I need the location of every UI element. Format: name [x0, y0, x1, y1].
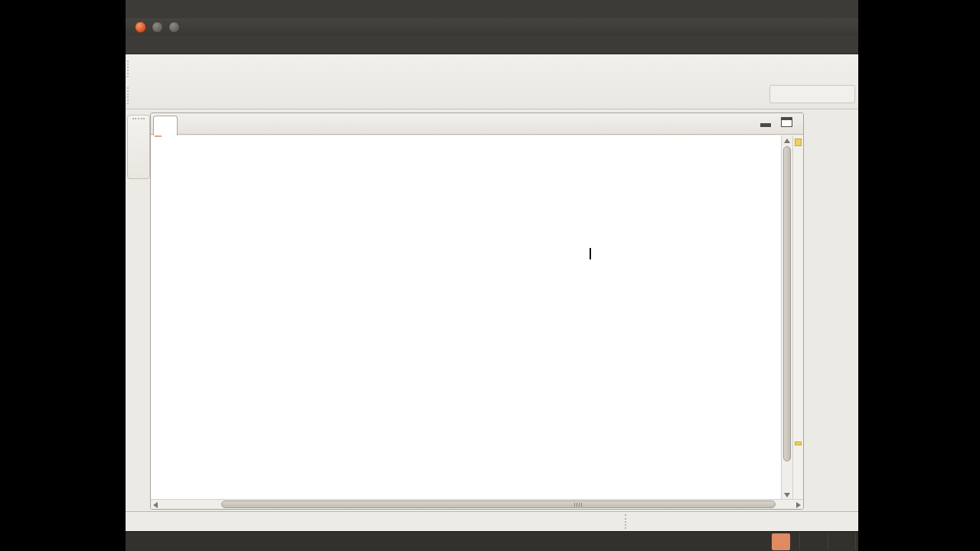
status-bar [126, 511, 858, 531]
editor-tab-indexjsp[interactable] [153, 116, 178, 135]
menu-bar [126, 36, 858, 54]
quick-diff-strip [155, 135, 162, 137]
overview-ruler[interactable] [792, 135, 803, 500]
horizontal-scrollbar-thumb[interactable] [221, 500, 776, 508]
overview-annotation-mark[interactable] [795, 442, 802, 445]
scroll-left-arrow-icon[interactable] [153, 502, 158, 508]
window-close-button[interactable] [135, 21, 146, 33]
scroll-down-arrow-icon[interactable] [784, 493, 790, 497]
horizontal-scrollbar[interactable] [151, 499, 803, 509]
window-maximize-button[interactable] [168, 21, 180, 33]
toolbar-drag-handle [127, 60, 133, 77]
recorded-screen [126, 0, 858, 551]
minimize-editor-icon[interactable] [760, 119, 771, 127]
taskbar-separator [828, 533, 828, 550]
toolbar-drag-handle [127, 87, 133, 104]
toolbar-row-2 [126, 83, 858, 108]
main-toolbar [126, 54, 858, 109]
quick-access-input[interactable] [769, 85, 855, 103]
toolbar-row-1 [126, 56, 858, 82]
window-titlebar [126, 18, 858, 36]
ubuntu-top-panel [126, 0, 858, 18]
text-caret [590, 248, 591, 259]
bottom-taskbar [126, 531, 858, 551]
overview-header-mark[interactable] [795, 139, 802, 146]
window-minimize-button[interactable] [152, 21, 163, 33]
scroll-right-arrow-icon[interactable] [796, 502, 801, 508]
left-fastview-bar [127, 115, 150, 179]
workspace-eclipse-icon[interactable] [772, 533, 790, 550]
maximize-editor-icon[interactable] [781, 117, 792, 127]
files-app-icon[interactable] [129, 533, 150, 550]
workbench-area [126, 109, 858, 511]
editor-tabstrip [151, 113, 803, 135]
status-separator [625, 514, 626, 529]
taskbar-separator [855, 533, 856, 550]
fastview-drag-handle[interactable] [132, 118, 145, 124]
vertical-scrollbar-thumb[interactable] [783, 146, 791, 461]
code-editor[interactable] [151, 135, 803, 500]
scroll-up-arrow-icon[interactable] [784, 139, 790, 143]
taskbar-separator [799, 533, 800, 550]
vertical-scrollbar[interactable] [781, 135, 792, 500]
editor-panel [150, 112, 804, 510]
